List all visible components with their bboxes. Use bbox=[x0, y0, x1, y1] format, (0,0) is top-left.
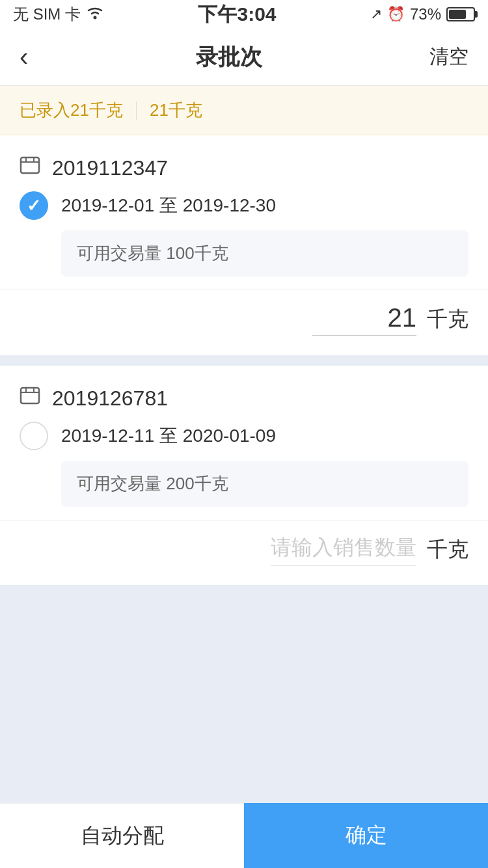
batch-item-2: 2019126781 2019-12-11 至 2020-01-09 可用交易量… bbox=[0, 366, 488, 520]
available-qty-2: 可用交易量 200千克 bbox=[61, 461, 468, 507]
batch-date-1: 2019-12-01 至 2019-12-30 bbox=[61, 193, 276, 218]
qty-unit-2: 千克 bbox=[427, 536, 468, 564]
svg-point-0 bbox=[94, 16, 97, 20]
batch-header-2: 2019126781 bbox=[20, 385, 468, 411]
batch-icon-2 bbox=[20, 385, 43, 411]
batch-id-2: 2019126781 bbox=[52, 387, 168, 411]
batch-date-2: 2019-12-11 至 2020-01-09 bbox=[61, 424, 276, 448]
radio-button-1[interactable] bbox=[20, 191, 48, 220]
carrier-text: 无 SIM 卡 bbox=[13, 4, 81, 25]
qty-input-1[interactable]: 21 bbox=[312, 303, 416, 336]
svg-rect-1 bbox=[21, 157, 39, 173]
qty-placeholder-2: 请输入销售数量 bbox=[271, 536, 416, 559]
footer: 自动分配 确定 bbox=[0, 803, 488, 868]
auto-distribute-button[interactable]: 自动分配 bbox=[0, 803, 244, 868]
batch-date-row-2[interactable]: 2019-12-11 至 2020-01-09 bbox=[20, 422, 468, 450]
nav-bar: ‹ 录批次 清空 bbox=[0, 29, 488, 86]
battery-icon bbox=[446, 7, 475, 21]
batch-icon-1 bbox=[20, 155, 43, 181]
location-icon: ↗ bbox=[370, 6, 382, 23]
svg-rect-5 bbox=[21, 388, 39, 403]
radio-button-2[interactable] bbox=[20, 422, 48, 450]
battery-percent: 73% bbox=[410, 5, 441, 23]
status-bar-time: 下午3:04 bbox=[198, 1, 276, 28]
alarm-icon: ⏰ bbox=[387, 6, 405, 23]
batch-date-row-1[interactable]: 2019-12-01 至 2019-12-30 bbox=[20, 191, 468, 220]
clear-button[interactable]: 清空 bbox=[429, 44, 468, 70]
status-bar-left: 无 SIM 卡 bbox=[13, 4, 104, 25]
batch-header-1: 2019112347 bbox=[20, 155, 468, 181]
banner-divider bbox=[136, 102, 137, 120]
qty-input-row-2: 请输入销售数量 千克 bbox=[0, 520, 488, 585]
batch-item-1: 2019112347 2019-12-01 至 2019-12-30 可用交易量… bbox=[0, 135, 488, 290]
confirm-button[interactable]: 确定 bbox=[244, 803, 488, 868]
recorded-amount: 已录入21千克 bbox=[20, 99, 123, 122]
qty-input-row-1: 21 千克 bbox=[0, 290, 488, 355]
back-button[interactable]: ‹ bbox=[20, 42, 28, 72]
status-bar-right: ↗ ⏰ 73% bbox=[370, 5, 475, 23]
info-banner: 已录入21千克 21千克 bbox=[0, 86, 488, 135]
wifi-icon bbox=[86, 5, 104, 23]
available-qty-1: 可用交易量 100千克 bbox=[61, 230, 468, 277]
batch-id-1: 2019112347 bbox=[52, 156, 168, 180]
qty-unit-1: 千克 bbox=[427, 305, 468, 334]
qty-value-1: 21 bbox=[388, 303, 417, 332]
total-amount: 21千克 bbox=[150, 99, 202, 122]
section-separator bbox=[0, 355, 488, 366]
page-title: 录批次 bbox=[196, 42, 262, 72]
qty-input-2[interactable]: 请输入销售数量 bbox=[271, 534, 416, 565]
status-bar: 无 SIM 卡 下午3:04 ↗ ⏰ 73% bbox=[0, 0, 488, 29]
